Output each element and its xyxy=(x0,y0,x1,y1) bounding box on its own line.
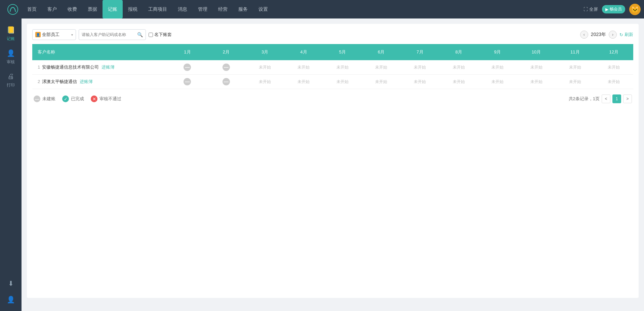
nav-item-customer[interactable]: 客户 xyxy=(42,0,62,18)
nav-item-manage[interactable]: 管理 xyxy=(193,0,213,18)
nav-item-account[interactable]: 记账 xyxy=(103,0,123,18)
month-cell-m12: 未开始 xyxy=(595,75,633,89)
year-label: 2023年 xyxy=(591,32,606,38)
not-built-icon: — xyxy=(223,78,230,85)
month-cell-m7: 未开始 xyxy=(401,75,439,89)
app-logo xyxy=(3,4,22,15)
not-built-icon: — xyxy=(184,78,191,85)
page-1-button[interactable]: 1 xyxy=(612,94,621,103)
month-cell-m4: 未开始 xyxy=(284,75,323,89)
sidebar-item-audit[interactable]: 👤审核 xyxy=(0,45,22,68)
prev-page-button[interactable]: < xyxy=(602,94,610,103)
search-icon[interactable]: 🔍 xyxy=(137,32,143,37)
sidebar-item-user[interactable]: 👤 xyxy=(0,291,22,308)
nav-item-service[interactable]: 服务 xyxy=(233,0,253,18)
month-cell-m8: 未开始 xyxy=(439,75,478,89)
nav-item-operation[interactable]: 经营 xyxy=(213,0,233,18)
month-cell-m11: 未开始 xyxy=(556,75,594,89)
svg-point-0 xyxy=(8,4,18,14)
nav-item-invoice[interactable]: 票据 xyxy=(82,0,103,18)
download-icon: ⬇ xyxy=(6,279,15,288)
toolbar: 👤 全部员工 ▾ 🔍 名下账套 ‹ 2023年 › ↻ 刷新 xyxy=(32,29,633,40)
col-header-m9: 9月 xyxy=(478,44,517,60)
top-nav: 首页客户收费票据记账报税工商项目消息管理经营服务设置 ⛶ 全屏 ▶ 畅会员 🐱 xyxy=(0,0,644,18)
account-icon: 📒 xyxy=(6,25,15,35)
enter-ledger-link[interactable]: 进账簿 xyxy=(102,65,115,70)
refresh-icon: ↻ xyxy=(619,32,623,37)
month-cell-m3: 未开始 xyxy=(245,60,284,75)
next-page-button[interactable]: > xyxy=(623,94,632,103)
avatar[interactable]: 🐱 xyxy=(629,4,641,15)
nav-item-message[interactable]: 消息 xyxy=(172,0,193,18)
table-row: 1安徽畅捷通信息技术有限公司进账簿——未开始未开始未开始未开始未开始未开始未开始… xyxy=(32,60,633,75)
month-cell-m9: 未开始 xyxy=(478,75,517,89)
month-cell-m3: 未开始 xyxy=(245,75,284,89)
prev-year-button[interactable]: ‹ xyxy=(580,31,588,39)
nav-item-settings[interactable]: 设置 xyxy=(253,0,273,18)
month-cell-m9: 未开始 xyxy=(478,60,517,75)
vip-button[interactable]: ▶ 畅会员 xyxy=(602,5,625,13)
col-header-m1: 1月 xyxy=(168,44,207,60)
not-built-icon: — xyxy=(223,64,230,71)
legend-item: ✓已完成 xyxy=(62,95,84,102)
print-icon: 🖨 xyxy=(6,72,15,81)
month-cell-m6: 未开始 xyxy=(362,60,400,75)
month-cell-m5: 未开始 xyxy=(323,75,362,89)
top-nav-items: 首页客户收费票据记账报税工商项目消息管理经营服务设置 xyxy=(22,0,583,18)
table-row: 2漯澳太平畅捷通信进账簿——未开始未开始未开始未开始未开始未开始未开始未开始未开… xyxy=(32,75,633,89)
table-scroll-wrap: 客户名称1月2月3月4月5月6月7月8月9月10月11月12月1安徽畅捷通信息技… xyxy=(32,44,633,89)
month-cell-m12: 未开始 xyxy=(595,60,633,75)
content-area: 👤 全部员工 ▾ 🔍 名下账套 ‹ 2023年 › ↻ 刷新 xyxy=(27,24,639,298)
fullscreen-button[interactable]: ⛶ 全屏 xyxy=(583,6,598,12)
main-content: 👤 全部员工 ▾ 🔍 名下账套 ‹ 2023年 › ↻ 刷新 xyxy=(22,18,644,311)
col-header-m8: 8月 xyxy=(439,44,478,60)
audit-icon: 👤 xyxy=(6,48,15,58)
col-header-name: 客户名称 xyxy=(32,44,168,60)
col-header-m10: 10月 xyxy=(517,44,556,60)
refresh-button[interactable]: ↻ 刷新 xyxy=(619,32,633,38)
nav-item-billing[interactable]: 收费 xyxy=(62,0,82,18)
month-cell-m1[interactable]: — xyxy=(168,60,207,75)
month-cell-m2[interactable]: — xyxy=(207,60,245,75)
nav-item-business[interactable]: 工商项目 xyxy=(143,0,172,18)
employee-select[interactable]: 👤 全部员工 ▾ xyxy=(32,29,76,40)
month-cell-m4: 未开始 xyxy=(284,60,323,75)
nav-item-home[interactable]: 首页 xyxy=(22,0,42,18)
search-wrap: 🔍 xyxy=(79,29,146,40)
pagination: 共2条记录，1页 < 1 > xyxy=(569,94,632,103)
col-header-m2: 2月 xyxy=(207,44,245,60)
month-cell-m2[interactable]: — xyxy=(207,75,245,89)
checkbox-label[interactable]: 名下账套 xyxy=(149,32,172,38)
col-header-m11: 11月 xyxy=(556,44,594,60)
month-cell-m1[interactable]: — xyxy=(168,75,207,89)
not-built-icon: — xyxy=(184,64,191,71)
legend: —未建账✓已完成✕审核不通过 xyxy=(34,95,121,102)
col-header-m6: 6月 xyxy=(362,44,400,60)
year-nav: ‹ 2023年 › xyxy=(580,31,617,39)
sidebar-item-print[interactable]: 🖨打印 xyxy=(0,68,22,91)
search-input[interactable] xyxy=(82,32,135,37)
month-cell-m7: 未开始 xyxy=(401,60,439,75)
sidebar-item-download[interactable]: ⬇ xyxy=(0,275,22,291)
month-cell-m10: 未开始 xyxy=(517,60,556,75)
nav-item-tax[interactable]: 报税 xyxy=(123,0,143,18)
next-year-button[interactable]: › xyxy=(609,31,617,39)
vip-icon: ▶ xyxy=(605,7,608,12)
account-table: 客户名称1月2月3月4月5月6月7月8月9月10月11月12月1安徽畅捷通信息技… xyxy=(32,44,633,89)
legend-item: ✕审核不通过 xyxy=(91,95,121,102)
sidebar-item-account[interactable]: 📒记账 xyxy=(0,22,22,45)
enter-ledger-link[interactable]: 进账簿 xyxy=(80,79,93,84)
my-accounts-checkbox[interactable] xyxy=(149,33,153,37)
month-cell-m10: 未开始 xyxy=(517,75,556,89)
client-name-cell: 1安徽畅捷通信息技术有限公司进账簿 xyxy=(32,60,168,75)
top-nav-right: ⛶ 全屏 ▶ 畅会员 🐱 xyxy=(583,4,641,15)
month-cell-m6: 未开始 xyxy=(362,75,400,89)
sidebar-bottom: ⬇👤 xyxy=(0,275,22,311)
month-cell-m11: 未开始 xyxy=(556,60,594,75)
month-cell-m8: 未开始 xyxy=(439,60,478,75)
employee-select-text: 全部员工 xyxy=(42,32,70,38)
col-header-m4: 4月 xyxy=(284,44,323,60)
employee-icon: 👤 xyxy=(35,32,41,37)
legend-item: —未建账 xyxy=(34,95,55,102)
col-header-m3: 3月 xyxy=(245,44,284,60)
